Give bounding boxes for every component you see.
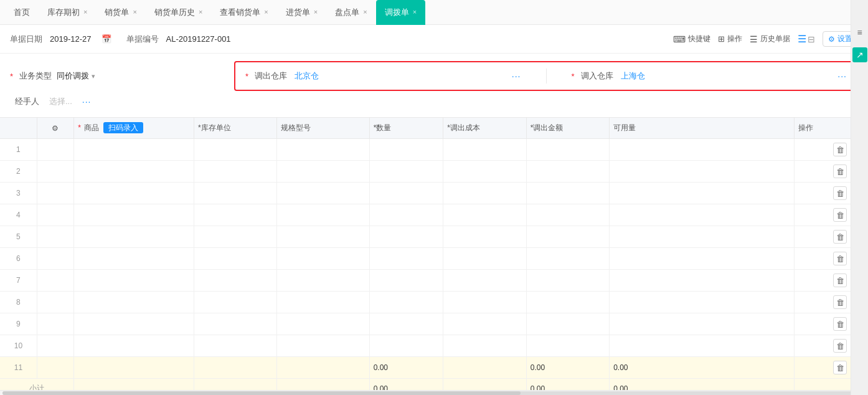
row-avail-1[interactable] [610, 139, 795, 161]
row-qty-3[interactable] [369, 183, 443, 204]
row-amount-5[interactable] [526, 226, 609, 248]
row-avail-7[interactable] [610, 270, 795, 292]
row-amount-7[interactable] [526, 270, 609, 292]
row-amount-2[interactable] [526, 161, 609, 183]
row-product-1[interactable] [74, 139, 194, 161]
business-type-select[interactable]: 同价调拨 ▾ [57, 70, 156, 82]
row-amount-11[interactable]: 0.00 [526, 357, 609, 379]
col-gear-header[interactable]: ⚙ [37, 118, 73, 139]
delete-icon-11[interactable]: 🗑 [833, 361, 847, 374]
shortcut-button[interactable]: ⌨ 快捷键 [673, 34, 710, 44]
row-product-3[interactable] [74, 183, 194, 204]
transfer-in-more[interactable]: ··· [837, 71, 847, 81]
delete-icon-10[interactable]: 🗑 [833, 339, 847, 353]
delete-icon-7[interactable]: 🗑 [833, 274, 847, 287]
sidebar-expand-icon[interactable]: ↗ [852, 47, 867, 62]
row-unit-5[interactable] [194, 226, 276, 248]
row-unit-6[interactable] [194, 248, 276, 270]
row-avail-8[interactable] [610, 292, 795, 313]
row-product-11[interactable] [74, 357, 194, 379]
row-amount-10[interactable] [526, 335, 609, 357]
horizontal-scrollbar[interactable] [0, 390, 868, 395]
tab-purchase-order[interactable]: 进货单 × [277, 0, 326, 25]
sidebar-list-icon[interactable]: ≡ [852, 25, 867, 40]
row-spec-10[interactable] [277, 335, 369, 357]
row-qty-2[interactable] [369, 161, 443, 183]
row-cost-11[interactable] [443, 357, 526, 379]
handler-more[interactable]: ··· [82, 97, 92, 107]
tab-stocktake-close[interactable]: × [363, 9, 367, 16]
row-product-5[interactable] [74, 226, 194, 248]
row-amount-3[interactable] [526, 183, 609, 204]
row-unit-10[interactable] [194, 335, 276, 357]
row-unit-4[interactable] [194, 204, 276, 226]
row-avail-11[interactable]: 0.00 [610, 357, 795, 379]
row-cost-4[interactable] [443, 204, 526, 226]
delete-icon-2[interactable]: 🗑 [833, 164, 847, 178]
row-product-6[interactable] [74, 248, 194, 270]
row-product-9[interactable] [74, 313, 194, 335]
row-qty-1[interactable] [369, 139, 443, 161]
row-product-10[interactable] [74, 335, 194, 357]
row-amount-6[interactable] [526, 248, 609, 270]
delete-icon-1[interactable]: 🗑 [833, 143, 847, 156]
tab-sales-order[interactable]: 销货单 × [96, 0, 145, 25]
row-avail-3[interactable] [610, 183, 795, 204]
row-spec-7[interactable] [277, 270, 369, 292]
history-button[interactable]: ☰ 历史单据 [750, 34, 790, 44]
row-cost-8[interactable] [443, 292, 526, 313]
row-avail-4[interactable] [610, 204, 795, 226]
row-cost-1[interactable] [443, 139, 526, 161]
tab-transfer-close[interactable]: × [413, 9, 417, 16]
transfer-out-more[interactable]: ··· [512, 71, 521, 81]
tab-inventory-init[interactable]: 库存期初 × [39, 0, 96, 25]
tab-sales-order-close[interactable]: × [133, 9, 136, 16]
tab-sales-history-close[interactable]: × [199, 9, 202, 16]
row-spec-6[interactable] [277, 248, 369, 270]
row-qty-5[interactable] [369, 226, 443, 248]
row-qty-8[interactable] [369, 292, 443, 313]
delete-icon-4[interactable]: 🗑 [833, 208, 847, 222]
delete-icon-8[interactable]: 🗑 [833, 295, 847, 309]
row-unit-1[interactable] [194, 139, 276, 161]
tab-sales-history[interactable]: 销货单历史 × [146, 0, 211, 25]
row-spec-8[interactable] [277, 292, 369, 313]
row-product-8[interactable] [74, 292, 194, 313]
row-unit-3[interactable] [194, 183, 276, 204]
row-cost-5[interactable] [443, 226, 526, 248]
scan-button[interactable]: 扫码录入 [103, 122, 143, 133]
row-spec-3[interactable] [277, 183, 369, 204]
row-spec-2[interactable] [277, 161, 369, 183]
row-cost-7[interactable] [443, 270, 526, 292]
row-unit-9[interactable] [194, 313, 276, 335]
row-avail-5[interactable] [610, 226, 795, 248]
row-unit-11[interactable] [194, 357, 276, 379]
row-spec-1[interactable] [277, 139, 369, 161]
row-cost-9[interactable] [443, 313, 526, 335]
tab-view-sales-close[interactable]: × [264, 9, 268, 16]
tab-stocktake[interactable]: 盘点单 × [326, 0, 375, 25]
row-qty-4[interactable] [369, 204, 443, 226]
row-qty-6[interactable] [369, 248, 443, 270]
row-spec-5[interactable] [277, 226, 369, 248]
row-product-4[interactable] [74, 204, 194, 226]
row-qty-11[interactable]: 0.00 [369, 357, 443, 379]
row-amount-8[interactable] [526, 292, 609, 313]
tab-inventory-init-close[interactable]: × [83, 9, 87, 16]
operation-button[interactable]: ⊞ 操作 [718, 34, 742, 44]
row-avail-9[interactable] [610, 313, 795, 335]
delete-icon-3[interactable]: 🗑 [833, 186, 847, 200]
row-unit-8[interactable] [194, 292, 276, 313]
row-amount-9[interactable] [526, 313, 609, 335]
row-qty-10[interactable] [369, 335, 443, 357]
row-product-2[interactable] [74, 161, 194, 183]
calendar-icon[interactable]: 📅 [101, 34, 111, 44]
delete-icon-5[interactable]: 🗑 [833, 230, 847, 244]
row-qty-9[interactable] [369, 313, 443, 335]
delete-icon-6[interactable]: 🗑 [833, 252, 847, 265]
row-spec-9[interactable] [277, 313, 369, 335]
row-unit-2[interactable] [194, 161, 276, 183]
tab-home[interactable]: 首页 [5, 0, 39, 25]
row-amount-4[interactable] [526, 204, 609, 226]
row-unit-7[interactable] [194, 270, 276, 292]
